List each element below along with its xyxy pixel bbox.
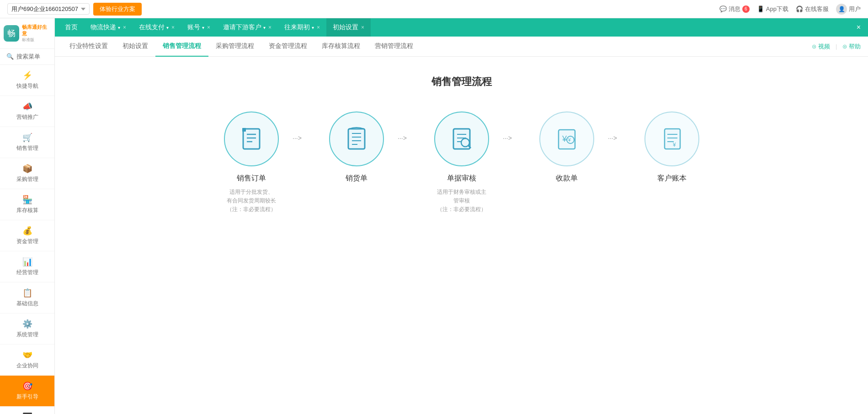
sales-mgmt-icon: 🛒 (22, 133, 32, 143)
sub-tab-purchase-flow[interactable]: 采购管理流程 (208, 37, 261, 57)
sidebar-item-quick-nav[interactable]: ⚡ 快捷导航 (0, 65, 54, 96)
sidebar-item-label: 系统管理 (16, 331, 38, 339)
flow-step-label: 销售订单 (237, 174, 266, 183)
sub-tab-label: 营销管理流程 (375, 42, 413, 50)
chevron-down-icon: ▾ (202, 25, 204, 30)
close-icon[interactable]: × (171, 24, 175, 31)
sidebar-item-label: 基础信息 (16, 300, 38, 308)
sidebar-item-marketing-promo[interactable]: 📣 营销推广 (0, 96, 54, 127)
finance-mgmt-icon: 💰 (22, 226, 32, 236)
message-icon: 💬 (719, 5, 727, 12)
svg-text:¥: ¥ (568, 138, 571, 143)
inventory-icon: 🏪 (22, 195, 32, 205)
page-content: 销售管理流程 销售订单 适用于分批发货、有合同 (55, 57, 868, 414)
close-icon[interactable]: × (123, 24, 126, 31)
chevron-down-icon: ▾ (118, 25, 120, 30)
sidebar-item-basic-info[interactable]: 📋 基础信息 (0, 282, 54, 313)
nav-tabs: 首页 物流快递 ▾ × 在线支付 ▾ × 账号 ▾ × 邀请下游客户 ▾ × (55, 18, 868, 37)
flow-arrow-4: ···> (608, 111, 631, 143)
sidebar-item-label: 经营管理 (16, 269, 38, 276)
sidebar-item-label: 营销推广 (16, 113, 38, 121)
flow-arrow-3: ···> (503, 111, 526, 143)
user-selector[interactable]: 用户690企业1660120507 (7, 3, 90, 15)
sidebar-item-label: 资金管理 (16, 238, 38, 245)
sidebar-item-new-guide[interactable]: 🎯 新手引导 (0, 376, 54, 407)
svg-rect-4 (242, 128, 246, 132)
close-icon[interactable]: × (268, 24, 272, 31)
sidebar-item-finance-mgmt[interactable]: 💰 资金管理 (0, 220, 54, 251)
svg-rect-24 (665, 129, 680, 149)
sidebar-item-inventory[interactable]: 🏪 库存核算 (0, 189, 54, 220)
sub-tab-industry-settings[interactable]: 行业特性设置 (62, 37, 115, 57)
logo-sub: 标准版 (22, 37, 51, 43)
trial-btn[interactable]: 体验行业方案 (93, 3, 142, 16)
sidebar-item-operations-mgmt[interactable]: 📊 经营管理 (0, 251, 54, 282)
sub-tab-finance-flow[interactable]: 资金管理流程 (261, 37, 314, 57)
svg-text:···>: ···> (503, 134, 512, 142)
nav-tab-logistics[interactable]: 物流快递 ▾ × (84, 18, 133, 37)
sidebar-item-label: 快捷导航 (16, 82, 38, 90)
chevron-down-icon: ▾ (312, 25, 314, 30)
svg-rect-6 (348, 129, 365, 149)
flow-step-doc-audit[interactable]: 单据审核 适用于财务审核或主管审核（注：非必要流程） (421, 111, 503, 214)
sidebar-item-purchase-mgmt[interactable]: 📦 采购管理 (0, 158, 54, 189)
online-service-item[interactable]: 🎧 在线客服 (796, 5, 829, 13)
user-item[interactable]: 👤 用户 (836, 4, 861, 15)
flow-step-sales-order[interactable]: 销售订单 适用于分批发货、有合同发货周期较长（注：非必要流程） (210, 111, 293, 214)
nav-tab-home[interactable]: 首页 (59, 18, 84, 37)
nav-tab-account[interactable]: 账号 ▾ × (181, 18, 217, 37)
sidebar-item-label: 销售管理 (16, 144, 38, 152)
message-label: 消息 (729, 5, 740, 13)
flow-step-sales-delivery[interactable]: 销货单 (315, 111, 398, 188)
chevron-down-icon: ▾ (166, 25, 169, 30)
video-link[interactable]: ⊙ 视频 (812, 42, 830, 51)
nav-tab-online-pay[interactable]: 在线支付 ▾ × (133, 18, 181, 37)
svg-text:···>: ···> (398, 134, 407, 142)
sidebar-item-label: 新手引导 (16, 393, 38, 401)
top-bar-left: 用户690企业1660120507 体验行业方案 (7, 3, 142, 16)
nav-tab-initial-setup[interactable]: 初始设置 × (326, 18, 371, 37)
sidebar-item-label: 采购管理 (16, 175, 38, 183)
svg-text:¥: ¥ (672, 142, 676, 148)
marketing-promo-icon: 📣 (22, 101, 32, 111)
sidebar-search[interactable]: 🔍 搜索菜单 (0, 49, 54, 65)
system-mgmt-icon: ⚙️ (22, 319, 32, 329)
close-icon[interactable]: × (361, 24, 364, 31)
svg-text:···>: ···> (608, 134, 617, 142)
logo-text: 畅库通好生意 (22, 24, 51, 37)
flow-diagram: 销售订单 适用于分批发货、有合同发货周期较长（注：非必要流程） ···> (73, 111, 850, 214)
sidebar-item-enterprise-collab[interactable]: 🤝 企业协同 (0, 345, 54, 376)
svg-text:¥: ¥ (562, 134, 567, 143)
sidebar-item-system-mgmt[interactable]: ⚙️ 系统管理 (0, 313, 54, 345)
close-icon[interactable]: × (317, 24, 320, 31)
online-service-label: 在线客服 (805, 5, 829, 13)
flow-circle-receipt: ¥ ¥ (539, 111, 594, 166)
user-label: 用户 (849, 5, 861, 13)
app-icon: 📱 (757, 5, 764, 12)
messages-icon-item[interactable]: 💬 消息 6 (719, 5, 750, 13)
sidebar-logo: 畅 畅库通好生意 标准版 (0, 18, 54, 49)
sidebar-item-app-center[interactable]: 🔲 应用中心 (0, 407, 54, 414)
nav-tab-home-label: 首页 (65, 23, 78, 32)
page-title: 销售管理流程 (73, 75, 850, 89)
nav-tab-invite-customer[interactable]: 邀请下游客户 ▾ × (217, 18, 278, 37)
help-link[interactable]: ⊙ 帮助 (842, 42, 861, 51)
close-all-tabs[interactable]: × (853, 23, 864, 32)
search-label: 搜索菜单 (16, 53, 40, 61)
purchase-mgmt-icon: 📦 (22, 164, 32, 174)
sub-tab-marketing-flow[interactable]: 营销管理流程 (367, 37, 421, 57)
sidebar-item-sales-mgmt[interactable]: 🛒 销售管理 (0, 127, 54, 158)
nav-tab-online-pay-label: 在线支付 (139, 23, 165, 32)
close-icon[interactable]: × (207, 24, 210, 31)
flow-arrow-2: ···> (398, 111, 421, 143)
app-download-item[interactable]: 📱 App下载 (757, 5, 788, 13)
sub-tab-sales-flow[interactable]: 销售管理流程 (155, 37, 208, 57)
sub-tab-initial-setup[interactable]: 初始设置 (115, 37, 155, 57)
flow-step-receipt[interactable]: ¥ ¥ 收款单 (526, 111, 608, 188)
flow-step-customer-ledger[interactable]: ¥ 客户账本 (631, 111, 713, 188)
flow-step-label: 收款单 (556, 174, 578, 183)
nav-tab-past-period[interactable]: 往来期初 ▾ × (278, 18, 326, 37)
flow-circle-doc-audit (434, 111, 489, 166)
sub-tab-inventory-calc[interactable]: 库存核算流程 (314, 37, 367, 57)
basic-info-icon: 📋 (22, 288, 32, 298)
